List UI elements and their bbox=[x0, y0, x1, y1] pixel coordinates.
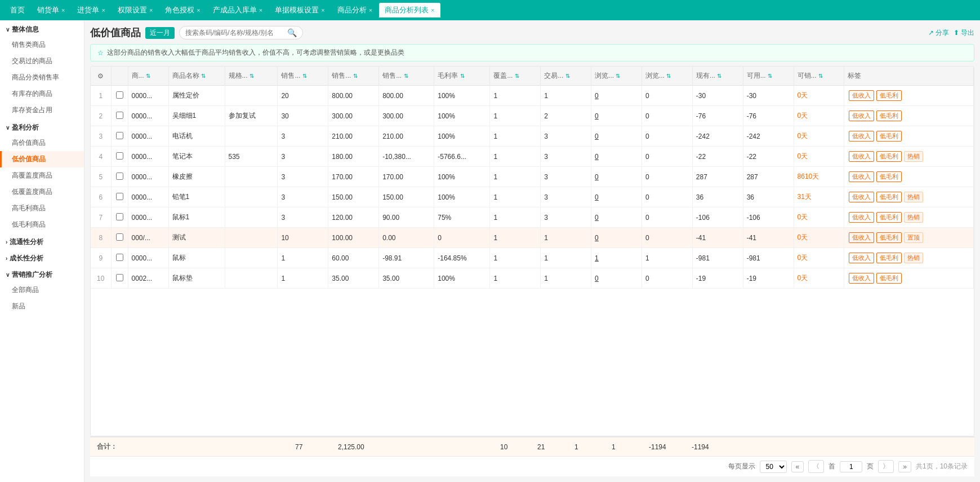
nav-item-商品分析[interactable]: 商品分析× bbox=[332, 3, 378, 17]
page-input[interactable] bbox=[840, 461, 862, 472]
col-header-spec[interactable]: 规格... ⇅ bbox=[225, 67, 278, 86]
row-coverage: 1 bbox=[490, 268, 541, 289]
tag-badge: 低收入 bbox=[849, 192, 874, 202]
nav-close-icon[interactable]: × bbox=[149, 7, 153, 14]
next-page-button[interactable]: 〉 bbox=[878, 460, 894, 473]
row-checkbox[interactable] bbox=[116, 152, 123, 160]
col-header-current_stock[interactable]: 现有... ⇅ bbox=[692, 67, 743, 86]
row-tags: 低收入低毛利 bbox=[844, 167, 974, 187]
row-sales-amount: 800.00 bbox=[328, 86, 379, 106]
row-num: 9 bbox=[91, 248, 111, 268]
sidebar-item-销售类商品[interactable]: 销售类商品 bbox=[0, 37, 84, 53]
page-title: 低价值商品 bbox=[90, 26, 141, 39]
col-header-name[interactable]: 商品名称 ⇅ bbox=[168, 67, 225, 86]
row-checkbox[interactable] bbox=[116, 193, 123, 200]
time-tag[interactable]: 近一月 bbox=[145, 27, 175, 39]
nav-close-icon[interactable]: × bbox=[101, 7, 105, 14]
prev-page-button[interactable]: 〈 bbox=[808, 460, 824, 473]
nav-item-权限设置[interactable]: 权限设置× bbox=[112, 3, 158, 17]
row-sales-qty: 3 bbox=[278, 187, 328, 207]
sidebar-group-成长性分析[interactable]: ›成长性分析 bbox=[0, 249, 84, 266]
row-checkbox[interactable] bbox=[116, 274, 123, 281]
col-header-sellable[interactable]: 可销... ⇅ bbox=[794, 67, 844, 86]
row-checkbox[interactable] bbox=[116, 233, 123, 241]
col-header-coverage[interactable]: 覆盖... ⇅ bbox=[490, 67, 541, 86]
tag-badge: 低收入 bbox=[849, 171, 874, 182]
col-header-sales_cost[interactable]: 销售... ⇅ bbox=[379, 67, 434, 86]
sidebar-group-整体信息[interactable]: ∨整体信息 bbox=[0, 20, 84, 37]
row-checkbox[interactable] bbox=[116, 91, 123, 99]
sidebar-item-低覆盖度商品[interactable]: 低覆盖度商品 bbox=[0, 184, 84, 200]
per-page-select[interactable]: 50 bbox=[760, 461, 787, 473]
row-checkbox[interactable] bbox=[116, 254, 123, 261]
sidebar-group-营销推广分析[interactable]: ∨营销推广分析 bbox=[0, 266, 84, 282]
col-header-gross_margin[interactable]: 毛利率 ⇅ bbox=[434, 67, 490, 86]
sidebar-item-高毛利商品[interactable]: 高毛利商品 bbox=[0, 200, 84, 216]
row-checkbox[interactable] bbox=[116, 173, 123, 180]
nav-close-icon[interactable]: × bbox=[321, 7, 324, 14]
last-page-button[interactable]: » bbox=[898, 461, 911, 472]
nav-item-单据模板设置[interactable]: 单据模板设置× bbox=[269, 3, 330, 17]
nav-close-icon[interactable]: × bbox=[61, 7, 65, 14]
sidebar-item-商品分类销售率[interactable]: 商品分类销售率 bbox=[0, 69, 84, 86]
sidebar-item-高价值商品[interactable]: 高价值商品 bbox=[0, 135, 84, 151]
row-current-stock: -106 bbox=[692, 207, 743, 228]
nav-close-icon[interactable]: × bbox=[369, 7, 372, 14]
nav-item-商品分析列表[interactable]: 商品分析列表× bbox=[379, 3, 440, 17]
row-code: 0000... bbox=[128, 86, 168, 106]
per-page-label: 每页显示 bbox=[728, 462, 755, 471]
sidebar-item-低价值商品[interactable]: 低价值商品 bbox=[0, 151, 84, 167]
first-page-button[interactable]: « bbox=[791, 461, 804, 472]
col-header-transaction[interactable]: 交易... ⇅ bbox=[541, 67, 591, 86]
col-header-browse2[interactable]: 浏览... ⇅ bbox=[642, 67, 692, 86]
share-button[interactable]: ↗ 分享 bbox=[928, 28, 949, 38]
footer-label: 合计： bbox=[97, 442, 117, 452]
sidebar-item-低毛利商品[interactable]: 低毛利商品 bbox=[0, 216, 84, 233]
col-header-browse1[interactable]: 浏览... ⇅ bbox=[591, 67, 642, 86]
table-row: 10000...属性定价20800.00800.00100%1100-30-30… bbox=[91, 86, 974, 106]
nav-close-icon[interactable]: × bbox=[197, 7, 200, 14]
table-row: 30000...电话机3210.00210.00100%1300-242-242… bbox=[91, 126, 974, 147]
sidebar-item-全部商品[interactable]: 全部商品 bbox=[0, 282, 84, 298]
row-checkbox[interactable] bbox=[116, 112, 123, 119]
row-checkbox[interactable] bbox=[116, 213, 123, 220]
tag-badge: 低毛利 bbox=[876, 273, 902, 284]
sort-icon: ⇅ bbox=[404, 73, 408, 79]
sidebar-item-库存资金占用[interactable]: 库存资金占用 bbox=[0, 102, 84, 118]
col-header-available[interactable]: 可用... ⇅ bbox=[743, 67, 794, 86]
col-header-code[interactable]: 商... ⇅ bbox=[128, 67, 168, 86]
row-sales-amount: 60.00 bbox=[328, 248, 379, 268]
sort-icon: ⇅ bbox=[250, 73, 254, 79]
footer-current-stock: -1194 bbox=[649, 443, 683, 451]
col-header-sales_amount[interactable]: 销售... ⇅ bbox=[328, 67, 379, 86]
nav-item-进货单[interactable]: 进货单× bbox=[72, 3, 110, 17]
export-button[interactable]: ⬆ 导出 bbox=[954, 28, 974, 38]
tag-badge: 热销 bbox=[904, 253, 923, 263]
sidebar-group-盈利分析[interactable]: ∨盈利分析 bbox=[0, 118, 84, 135]
col-header-sales_qty[interactable]: 销售... ⇅ bbox=[278, 67, 328, 86]
row-sales-qty: 3 bbox=[278, 147, 328, 167]
sidebar-item-高覆盖度商品[interactable]: 高覆盖度商品 bbox=[0, 167, 84, 184]
nav-close-icon[interactable]: × bbox=[259, 7, 262, 14]
nav-item-销货单[interactable]: 销货单× bbox=[32, 3, 70, 17]
page-word: 首 bbox=[828, 462, 835, 471]
nav-item-角色授权[interactable]: 角色授权× bbox=[159, 3, 206, 17]
row-name: 属性定价 bbox=[168, 86, 225, 106]
sidebar-item-有库存的商品[interactable]: 有库存的商品 bbox=[0, 86, 84, 102]
row-sales-cost: 35.00 bbox=[379, 268, 434, 289]
row-checkbox bbox=[111, 228, 128, 248]
search-box[interactable]: 🔍 bbox=[179, 26, 303, 39]
row-sellable: 0天 bbox=[794, 228, 844, 248]
row-browse1: 0 bbox=[591, 167, 642, 187]
row-checkbox[interactable] bbox=[116, 132, 123, 139]
nav-item-首页[interactable]: 首页 bbox=[5, 3, 30, 17]
sidebar-group-流通性分析[interactable]: ›流通性分析 bbox=[0, 233, 84, 249]
nav-item-产成品入库单[interactable]: 产成品入库单× bbox=[207, 3, 268, 17]
nav-close-icon[interactable]: × bbox=[431, 7, 434, 14]
row-available: -981 bbox=[743, 248, 794, 268]
search-input[interactable] bbox=[185, 29, 285, 37]
sidebar-item-新品[interactable]: 新品 bbox=[0, 298, 84, 315]
sidebar-item-交易过的商品[interactable]: 交易过的商品 bbox=[0, 53, 84, 69]
tag-badge: 置顶 bbox=[904, 232, 923, 243]
footer-sales-amount: 2,125.00 bbox=[338, 443, 383, 451]
